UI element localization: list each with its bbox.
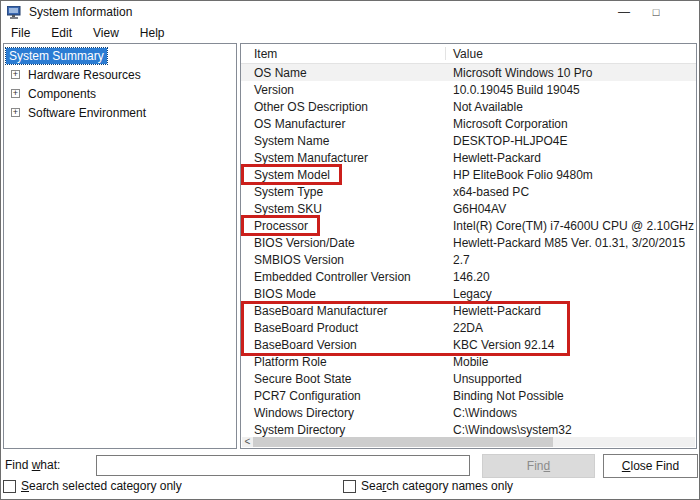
table-row[interactable]: System Typex64-based PC — [241, 183, 696, 200]
row-item-label: BIOS Version/Date — [241, 236, 453, 250]
details-list: Item Value OS NameMicrosoft Windows 10 P… — [240, 43, 697, 449]
table-row[interactable]: System SKUG6H04AV — [241, 200, 696, 217]
row-value: G6H04AV — [453, 202, 696, 216]
row-item-label: Version — [241, 83, 453, 97]
row-item-label: System Type — [241, 185, 453, 199]
expand-plus-icon[interactable]: + — [11, 89, 20, 98]
scroll-left-icon[interactable]: < — [242, 437, 253, 447]
table-row[interactable]: ProcessorIntel(R) Core(TM) i7-4600U CPU … — [241, 217, 696, 234]
tree-item-hardware-resources[interactable]: + Hardware Resources — [4, 65, 236, 84]
list-header: Item Value — [241, 44, 696, 64]
row-item-label: Embedded Controller Version — [241, 270, 453, 284]
menu-edit[interactable]: Edit — [48, 25, 75, 41]
table-row[interactable]: System DirectoryC:\Windows\system32 — [241, 421, 696, 438]
column-divider[interactable] — [445, 47, 446, 60]
row-value: Microsoft Corporation — [453, 117, 696, 131]
maximize-button[interactable]: □ — [641, 1, 671, 23]
find-input[interactable] — [96, 455, 470, 476]
table-row[interactable]: OS ManufacturerMicrosoft Corporation — [241, 115, 696, 132]
row-value: 146.20 — [453, 270, 696, 284]
row-item-label: Windows Directory — [241, 406, 453, 420]
window-title: System Information — [29, 5, 132, 19]
table-row[interactable]: Version10.0.19045 Build 19045 — [241, 81, 696, 98]
row-item-label: PCR7 Configuration — [241, 389, 453, 403]
checkbox-icon[interactable] — [343, 480, 356, 493]
horizontal-scrollbar[interactable]: < — [242, 437, 695, 447]
menu-file[interactable]: File — [8, 25, 33, 41]
category-tree: System Summary + Hardware Resources + Co… — [3, 43, 237, 449]
table-row[interactable]: OS NameMicrosoft Windows 10 Pro — [241, 64, 696, 81]
system-information-window: System Information — □ File Edit View He… — [0, 0, 700, 500]
row-item-label: OS Name — [241, 66, 453, 80]
table-row[interactable]: Embedded Controller Version146.20 — [241, 268, 696, 285]
row-item-label: Other OS Description — [241, 100, 453, 114]
list-rows: OS NameMicrosoft Windows 10 ProVersion10… — [241, 64, 696, 438]
table-row[interactable]: BaseBoard Product22DA — [241, 319, 696, 336]
row-item-label: System Model — [241, 168, 453, 182]
expand-plus-icon[interactable]: + — [11, 108, 20, 117]
table-row[interactable]: Secure Boot StateUnsupported — [241, 370, 696, 387]
menu-view[interactable]: View — [90, 25, 122, 41]
row-item-label: SMBIOS Version — [241, 253, 453, 267]
column-header-item[interactable]: Item — [241, 47, 453, 61]
row-value: Legacy — [453, 287, 696, 301]
expand-plus-icon[interactable]: + — [11, 70, 20, 79]
tree-item-label: Components — [25, 86, 99, 102]
table-row[interactable]: System NameDESKTOP-HLJPO4E — [241, 132, 696, 149]
row-value: C:\Windows — [453, 406, 696, 420]
tree-item-components[interactable]: + Components — [4, 84, 236, 103]
search-category-names-option[interactable]: Search category names only — [343, 479, 513, 493]
table-row[interactable]: Other OS DescriptionNot Available — [241, 98, 696, 115]
checkbox-label: Search selected category only — [21, 479, 182, 493]
search-selected-category-option[interactable]: Search selected category only — [3, 479, 182, 493]
app-icon — [7, 6, 22, 19]
row-value: 2.7 — [453, 253, 696, 267]
row-item-label: System Manufacturer — [241, 151, 453, 165]
find-what-label: Find what: — [5, 458, 60, 472]
row-value: Mobile — [453, 355, 696, 369]
row-value: Microsoft Windows 10 Pro — [453, 66, 696, 80]
row-value: C:\Windows\system32 — [453, 423, 696, 437]
scrollbar-thumb[interactable] — [253, 437, 553, 447]
row-item-label: System SKU — [241, 202, 453, 216]
table-row[interactable]: SMBIOS Version2.7 — [241, 251, 696, 268]
row-item-label: Platform Role — [241, 355, 453, 369]
tree-item-system-summary[interactable]: System Summary — [4, 46, 236, 65]
search-options: Search selected category only Search cat… — [1, 479, 699, 499]
table-row[interactable]: System ManufacturerHewlett-Packard — [241, 149, 696, 166]
row-value: HP EliteBook Folio 9480m — [453, 168, 696, 182]
checkbox-label: Search category names only — [361, 479, 513, 493]
row-value: 10.0.19045 Build 19045 — [453, 83, 696, 97]
row-item-label: System Directory — [241, 423, 453, 437]
row-value: Hewlett-Packard — [453, 304, 696, 318]
table-row[interactable]: BaseBoard ManufacturerHewlett-Packard — [241, 302, 696, 319]
row-value: x64-based PC — [453, 185, 696, 199]
row-item-label: System Name — [241, 134, 453, 148]
checkbox-icon[interactable] — [3, 480, 16, 493]
row-item-label: BaseBoard Product — [241, 321, 453, 335]
table-row[interactable]: Windows DirectoryC:\Windows — [241, 404, 696, 421]
row-value: 22DA — [453, 321, 696, 335]
row-value: Hewlett-Packard — [453, 151, 696, 165]
titlebar: System Information — □ — [1, 1, 699, 23]
row-item-label: BaseBoard Manufacturer — [241, 304, 453, 318]
find-bar: Find what: Find Close Find — [1, 451, 699, 479]
minimize-button[interactable]: — — [609, 1, 639, 23]
row-value: Hewlett-Packard M85 Ver. 01.31, 3/20/201… — [453, 236, 696, 250]
column-header-value[interactable]: Value — [453, 47, 483, 61]
menu-help[interactable]: Help — [137, 25, 168, 41]
tree-item-label: System Summary — [6, 48, 107, 64]
table-row[interactable]: BIOS Version/DateHewlett-Packard M85 Ver… — [241, 234, 696, 251]
table-row[interactable]: System ModelHP EliteBook Folio 9480m — [241, 166, 696, 183]
tree-item-label: Hardware Resources — [25, 67, 144, 83]
tree-item-label: Software Environment — [25, 105, 149, 121]
close-find-button[interactable]: Close Find — [603, 454, 698, 478]
row-item-label: BIOS Mode — [241, 287, 453, 301]
table-row[interactable]: BaseBoard VersionKBC Version 92.14 — [241, 336, 696, 353]
table-row[interactable]: PCR7 ConfigurationBinding Not Possible — [241, 387, 696, 404]
tree-item-software-environment[interactable]: + Software Environment — [4, 103, 236, 122]
table-row[interactable]: BIOS ModeLegacy — [241, 285, 696, 302]
table-row[interactable]: Platform RoleMobile — [241, 353, 696, 370]
find-button[interactable]: Find — [482, 454, 595, 478]
row-item-label: Processor — [241, 219, 453, 233]
